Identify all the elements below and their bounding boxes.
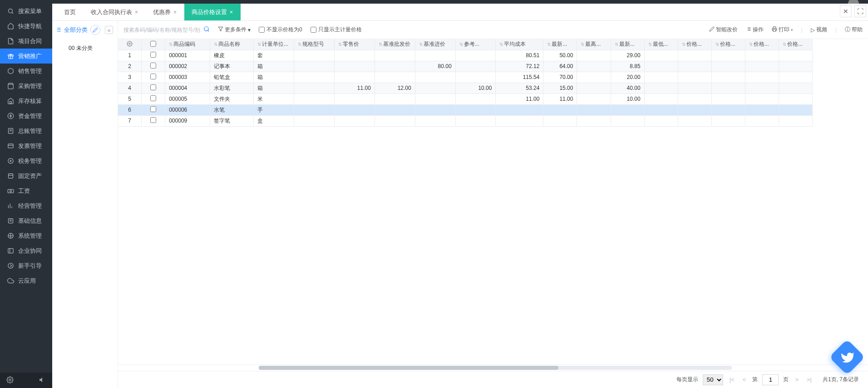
table-cell[interactable] [375,93,415,104]
column-header[interactable]: ⇅商品名称 [210,39,253,50]
table-cell[interactable] [496,104,543,115]
table-cell[interactable] [294,115,335,126]
table-cell[interactable]: 10.00 [611,93,644,104]
table-cell[interactable]: 水笔 [210,104,253,115]
table-cell[interactable] [294,61,335,72]
first-page-button[interactable]: |< [728,376,736,383]
table-cell[interactable]: 15.00 [543,83,577,93]
sidebar-item-4[interactable]: 销售管理 [0,64,52,79]
close-icon[interactable]: × [230,9,233,15]
table-cell[interactable] [496,115,543,126]
table-cell[interactable] [745,93,779,104]
table-cell[interactable]: 80.00 [415,61,455,72]
operate-button[interactable]: 操作 [746,26,764,34]
smart-price-button[interactable]: 智能改价 [709,26,738,34]
sort-icon[interactable]: ⇅ [615,42,618,47]
row-checkbox[interactable] [150,106,156,112]
more-filter-button[interactable]: 更多条件 ▾ [218,26,251,34]
table-cell[interactable]: 70.00 [543,72,577,83]
help-button[interactable]: ⓘ 帮助 [845,26,863,34]
table-cell[interactable] [142,104,165,115]
gear-icon[interactable] [127,42,133,48]
close-icon[interactable]: × [173,9,177,15]
sidebar-item-8[interactable]: 总账管理 [0,123,52,138]
table-cell[interactable]: 000003 [165,72,210,83]
table-cell[interactable] [745,115,779,126]
table-cell[interactable] [644,61,678,72]
sort-icon[interactable]: ⇅ [257,42,261,47]
table-cell[interactable] [543,104,577,115]
sort-icon[interactable]: ⇅ [783,42,786,47]
table-row[interactable]: 6000006水笔手 [118,104,813,115]
table-cell[interactable] [543,115,577,126]
video-button[interactable]: ▷ 视频 [811,26,827,34]
table-cell[interactable]: 11.00 [496,93,543,104]
table-cell[interactable]: 20.00 [611,72,644,83]
table-cell[interactable]: 50.00 [543,50,577,61]
row-checkbox[interactable] [150,52,156,58]
only-main-unit-checkbox[interactable]: 只显示主计量价格 [311,26,362,34]
table-cell[interactable] [334,93,375,104]
table-cell[interactable] [745,83,779,93]
table-cell[interactable] [334,115,375,126]
table-cell[interactable] [142,61,165,72]
table-cell[interactable]: 4 [118,83,142,93]
table-cell[interactable]: 11.00 [543,93,577,104]
table-cell[interactable] [779,72,812,83]
table-cell[interactable] [375,72,415,83]
sort-icon[interactable]: ⇅ [648,42,652,47]
tab-0[interactable]: 首页 [57,4,84,20]
table-row[interactable]: 7000009签字笔盒 [118,115,813,126]
table-cell[interactable] [644,83,678,93]
row-checkbox[interactable] [150,84,156,90]
table-cell[interactable] [415,50,455,61]
column-header[interactable]: ⇅最高... [577,39,611,50]
table-cell[interactable]: 11.00 [334,83,375,93]
table-cell[interactable]: 000002 [165,61,210,72]
column-header[interactable]: ⇅价格... [711,39,745,50]
table-cell[interactable] [779,93,812,104]
table-cell[interactable] [644,104,678,115]
table-cell[interactable] [779,104,812,115]
table-cell[interactable]: 000005 [165,93,210,104]
table-cell[interactable] [779,50,812,61]
table-cell[interactable] [294,93,335,104]
sidebar-item-6[interactable]: 库存核算 [0,93,52,108]
table-cell[interactable]: 签字笔 [210,115,253,126]
table-cell[interactable]: 橡皮 [210,50,253,61]
table-cell[interactable] [577,115,611,126]
column-header[interactable]: ⇅基准批发价 [375,39,415,50]
table-cell[interactable]: 手 [254,104,294,115]
sidebar-item-1[interactable]: 快捷导航 [0,19,52,34]
tab-1[interactable]: 收入合同执行表× [84,4,146,20]
table-cell[interactable] [745,61,779,72]
column-header[interactable]: ⇅最低... [644,39,678,50]
sort-icon[interactable]: ⇅ [379,42,382,47]
table-cell[interactable] [415,83,455,93]
scrollbar-thumb[interactable] [259,366,558,370]
table-cell[interactable] [375,115,415,126]
prev-page-button[interactable]: < [741,376,748,383]
table-cell[interactable]: 水彩笔 [210,83,253,93]
table-cell[interactable]: 000009 [165,115,210,126]
close-icon[interactable]: × [135,9,138,15]
sort-icon[interactable]: ⇅ [499,42,503,47]
column-header[interactable]: ⇅商品编码 [165,39,210,50]
table-cell[interactable] [415,115,455,126]
sidebar-item-15[interactable]: 系统管理 [0,228,52,243]
table-cell[interactable]: 箱 [254,61,294,72]
table-cell[interactable] [745,72,779,83]
table-cell[interactable] [142,115,165,126]
column-header[interactable]: ⇅最新... [543,39,577,50]
horizontal-scrollbar[interactable] [118,364,868,371]
table-row[interactable]: 4000004水彩笔箱11.0012.0010.0053.2415.0040.0… [118,83,813,93]
table-cell[interactable] [142,50,165,61]
search-icon[interactable] [203,26,210,34]
table-cell[interactable]: 000001 [165,50,210,61]
table-cell[interactable] [294,83,335,93]
table-cell[interactable] [334,72,375,83]
column-header[interactable]: ⇅最新... [611,39,644,50]
table-cell[interactable] [577,93,611,104]
table-cell[interactable] [611,104,644,115]
column-header[interactable]: ⇅价格... [779,39,812,50]
